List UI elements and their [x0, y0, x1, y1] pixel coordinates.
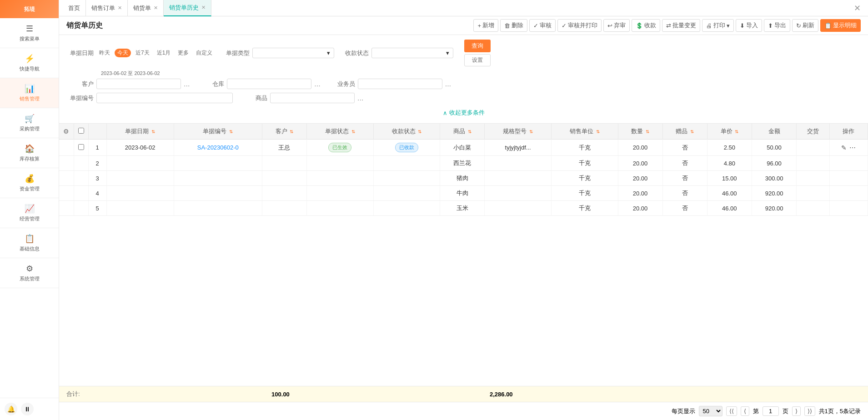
tab-bar: 首页 销售订单 ✕ 销货单 ✕ 销货单历史 ✕ ✕	[59, 0, 868, 16]
audit-button[interactable]: ✓ 审核	[529, 19, 556, 32]
per-page-select[interactable]: 50 10 20 100	[699, 406, 722, 416]
col-settings-icon[interactable]: ⚙	[63, 128, 69, 135]
today-shortcut[interactable]: 今天	[115, 49, 131, 57]
more-action-icon[interactable]: ⋯	[849, 144, 856, 151]
doc-type-select[interactable]: ▾	[252, 48, 334, 58]
customer-input[interactable]	[96, 79, 181, 89]
filter-settings-button[interactable]: 设置	[464, 54, 491, 66]
close-sales-order-icon[interactable]: ✕	[118, 5, 122, 11]
col-spec[interactable]: 规格型号 ⇅	[485, 124, 552, 140]
batch-change-button[interactable]: ⇄ 批量变更	[662, 19, 700, 32]
next-page-btn[interactable]: ⟩	[792, 406, 801, 416]
business-dots[interactable]: ...	[445, 80, 451, 88]
export-button[interactable]: ⬆ 导出	[764, 19, 790, 32]
query-button[interactable]: 查询	[464, 40, 491, 52]
cell-doc-no[interactable]	[174, 201, 262, 216]
cell-action[interactable]	[829, 171, 868, 186]
payment-status-select[interactable]: ▾	[371, 48, 453, 58]
sidebar-item-finance-mgmt[interactable]: 💰 资金管理	[0, 168, 59, 198]
close-sales-goods-icon[interactable]: ✕	[154, 5, 158, 11]
cell-checkbox[interactable]	[74, 171, 88, 186]
col-unit-price[interactable]: 单价 ⇅	[707, 124, 752, 140]
col-action: 操作	[829, 124, 868, 140]
sidebar-item-system-mgmt[interactable]: ⚙ 系统管理	[0, 258, 59, 288]
col-unit-label: 销售单位	[570, 128, 593, 135]
cell-checkbox[interactable]	[74, 186, 88, 201]
tab-sales-goods[interactable]: 销货单 ✕	[128, 0, 164, 16]
cell-checkbox[interactable]	[74, 156, 88, 171]
col-doc-status[interactable]: 单据状态 ⇅	[306, 124, 373, 140]
print-button[interactable]: 🖨 打印 ▾	[702, 19, 734, 32]
page-number-input[interactable]: 1	[763, 406, 779, 416]
sidebar-item-sales-mgmt[interactable]: 📊 销售管理	[0, 78, 59, 108]
cell-qty: 20.00	[618, 156, 662, 171]
last-page-btn[interactable]: ⟩⟩	[804, 406, 815, 416]
custom-shortcut[interactable]: 自定义	[193, 49, 215, 57]
cell-doc-no[interactable]	[174, 171, 262, 186]
col-unit[interactable]: 销售单位 ⇅	[551, 124, 618, 140]
sidebar-item-purchase-mgmt[interactable]: 🛒 采购管理	[0, 108, 59, 138]
select-all-checkbox[interactable]	[78, 128, 84, 134]
notification-btn[interactable]: 🔔	[5, 403, 17, 415]
tab-home[interactable]: 首页	[63, 0, 86, 16]
col-customer[interactable]: 客户 ⇅	[262, 124, 306, 140]
cell-action[interactable]: ✎⋯	[829, 140, 868, 156]
cell-doc-no[interactable]	[174, 156, 262, 171]
doc-no-input[interactable]	[96, 93, 233, 103]
refresh-button[interactable]: ↻ 刷新	[792, 19, 818, 32]
cell-checkbox[interactable]	[74, 201, 88, 216]
sidebar-item-quick-nav[interactable]: ⚡ 快捷导航	[0, 48, 59, 78]
col-settings[interactable]: ⚙	[59, 124, 74, 140]
prev-page-btn[interactable]: ⟨	[741, 406, 749, 416]
close-all-tabs-btn[interactable]: ✕	[850, 3, 864, 13]
cell-action[interactable]	[829, 186, 868, 201]
export-icon: ⬆	[768, 22, 773, 29]
col-doc-date[interactable]: 单据日期 ⇅	[106, 124, 174, 140]
cell-doc-no[interactable]: SA-20230602-0	[174, 140, 262, 156]
last7days-shortcut[interactable]: 近7天	[133, 49, 152, 57]
col-doc-date-sort-icon: ⇅	[151, 129, 155, 134]
row-checkbox[interactable]	[78, 144, 84, 150]
new-button[interactable]: + 新增	[473, 19, 498, 32]
abandon-button[interactable]: ↩ 弃审	[603, 19, 630, 32]
edit-icon[interactable]: ✎	[841, 144, 847, 151]
cell-action[interactable]	[829, 201, 868, 216]
collect-button[interactable]: 💲 收款	[632, 19, 660, 32]
sidebar-item-inventory[interactable]: 🏠 库存核算	[0, 138, 59, 168]
tab-sales-goods-history[interactable]: 销货单历史 ✕	[164, 0, 211, 16]
goods-input[interactable]	[270, 93, 355, 103]
doc-no-link[interactable]: SA-20230602-0	[197, 144, 239, 151]
collapse-more-btn[interactable]: ∧ 收起更多条件	[66, 107, 861, 119]
last1month-shortcut[interactable]: 近1月	[154, 49, 174, 57]
col-gift[interactable]: 赠品 ⇅	[662, 124, 707, 140]
more-shortcut[interactable]: 更多	[175, 49, 191, 57]
cell-action[interactable]	[829, 156, 868, 171]
first-page-btn[interactable]: ⟨⟨	[726, 406, 737, 416]
show-detail-button[interactable]: 📋 显示明细	[820, 19, 861, 32]
sidebar-item-operations-mgmt[interactable]: 📈 经营管理	[0, 198, 59, 228]
sidebar-item-basic-info[interactable]: 📋 基础信息	[0, 228, 59, 258]
warehouse-dots[interactable]: ...	[314, 80, 320, 88]
close-sales-goods-history-icon[interactable]: ✕	[201, 5, 206, 10]
sidebar-item-search-menu[interactable]: ☰ 搜索菜单	[0, 18, 59, 48]
delete-button[interactable]: 🗑 删除	[500, 19, 527, 32]
tab-sales-order[interactable]: 销售订单 ✕	[86, 0, 128, 16]
goods-dots[interactable]: ...	[357, 94, 363, 102]
import-button[interactable]: ⬇ 导入	[736, 19, 762, 32]
business-input[interactable]	[358, 79, 442, 89]
col-payment-status[interactable]: 收款状态 ⇅	[373, 124, 440, 140]
col-goods[interactable]: 商品 ⇅	[440, 124, 485, 140]
warehouse-input[interactable]	[227, 79, 311, 89]
col-doc-no[interactable]: 单据编号 ⇅	[174, 124, 262, 140]
cell-row-num: 4	[88, 186, 106, 201]
col-checkbox[interactable]	[74, 124, 88, 140]
pause-btn[interactable]: ⏸	[21, 403, 34, 415]
yesterday-shortcut[interactable]: 昨天	[96, 49, 113, 57]
cell-checkbox[interactable]	[74, 140, 88, 156]
goods-filter: 商品 ...	[240, 93, 363, 103]
col-qty[interactable]: 数量 ⇅	[618, 124, 662, 140]
cell-doc-no[interactable]	[174, 186, 262, 201]
audit-print-button[interactable]: ✓ 审核并打印	[557, 19, 602, 32]
col-unit-price-label: 单价	[721, 128, 733, 135]
customer-dots[interactable]: ...	[184, 80, 190, 88]
